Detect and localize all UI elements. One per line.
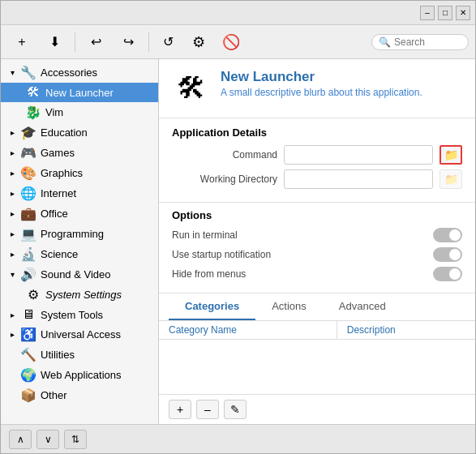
programming-icon: 💻 [20, 226, 36, 242]
minimize-button[interactable]: – [420, 6, 435, 20]
tabs-content: Category Name Description [159, 321, 475, 394]
sidebar-item-office[interactable]: ▸ 💼 Office [1, 203, 158, 224]
categories-table: Category Name Description [159, 321, 475, 340]
tab-categories[interactable]: Categories [169, 293, 255, 320]
tabs-header: Categories Actions Advanced [159, 293, 475, 321]
expand-icon: ▾ [11, 68, 15, 77]
sidebar-item-label: Other [41, 389, 67, 401]
utilities-icon: 🔨 [20, 347, 36, 362]
sidebar-item-label: Science [41, 248, 78, 260]
undo-button[interactable]: ↩ [81, 29, 110, 55]
expand-icon: ▸ [11, 311, 15, 319]
sidebar-item-system-settings[interactable]: ⚙ System Settings [1, 285, 158, 305]
app-title-area: New Launcher A small descriptive blurb a… [221, 69, 422, 98]
properties-button[interactable]: ⚙ [184, 29, 213, 55]
sidebar-item-games[interactable]: ▸ 🎮 Games [1, 143, 158, 163]
search-box: 🔍 [371, 34, 469, 50]
app-header: 🛠 New Launcher A small descriptive blurb… [159, 59, 475, 118]
sidebar-item-label: Graphics [41, 167, 83, 179]
sidebar-item-label: Universal Access [41, 328, 121, 340]
sidebar-item-label: Sound & Video [41, 268, 111, 281]
expand-icon: ▸ [11, 229, 15, 238]
options-area: Options Run in terminal Use startup noti… [159, 203, 475, 293]
detail-panel: 🛠 New Launcher A small descriptive blurb… [159, 59, 475, 424]
sidebar-item-label: Office [41, 208, 68, 220]
redo-button[interactable]: ↪ [114, 29, 143, 55]
search-input[interactable] [394, 36, 467, 48]
web-apps-icon: 🌍 [20, 367, 36, 383]
sidebar-item-vim[interactable]: 🐉 Vim [1, 102, 158, 122]
folder-icon: 📁 [444, 148, 458, 161]
sidebar-item-web-applications[interactable]: ▸ 🌍 Web Applications [1, 365, 158, 385]
sidebar-item-label: Web Applications [41, 369, 122, 381]
run-in-terminal-label: Run in terminal [172, 229, 238, 241]
hide-from-menus-row: Hide from menus [172, 267, 462, 281]
sidebar-item-science[interactable]: ▸ 🔬 Science [1, 244, 158, 264]
main-content: ▾ 🔧 Accessories 🛠 New Launcher 🐉 Vim ▸ 🎓… [1, 59, 475, 424]
nav-sort-button[interactable]: ⇅ [64, 430, 87, 449]
sidebar-item-other[interactable]: ▸ 📦 Other [1, 385, 158, 405]
command-label: Command [172, 149, 277, 161]
run-in-terminal-toggle[interactable] [433, 228, 462, 242]
tab-actions[interactable]: Actions [255, 293, 323, 320]
delete-button[interactable]: 🚫 [217, 29, 246, 55]
sidebar-item-system-tools[interactable]: ▸ 🖥 System Tools [1, 305, 158, 324]
separator-1 [75, 32, 75, 52]
app-name: New Launcher [221, 69, 422, 85]
folder-icon: 📁 [444, 173, 458, 186]
sidebar-item-sound-video[interactable]: ▾ 🔊 Sound & Video [1, 264, 158, 285]
expand-icon: ▸ [11, 148, 15, 157]
internet-icon: 🌐 [20, 186, 36, 201]
hide-from-menus-toggle[interactable] [433, 267, 462, 281]
install-button[interactable]: ⬇ [40, 29, 69, 55]
nav-down-button[interactable]: ∨ [36, 430, 59, 449]
command-browse-button[interactable]: 📁 [440, 145, 462, 165]
games-icon: 🎮 [20, 145, 36, 161]
sound-video-icon: 🔊 [20, 267, 36, 282]
working-directory-row: Working Directory 📁 [172, 169, 462, 189]
science-icon: 🔬 [20, 246, 36, 262]
nav-up-button[interactable]: ∧ [9, 430, 32, 449]
sidebar-item-internet[interactable]: ▸ 🌐 Internet [1, 183, 158, 203]
sidebar-item-label: Education [41, 126, 88, 139]
sidebar-item-label: New Launcher [45, 87, 114, 99]
sidebar-item-universal-access[interactable]: ▸ ♿ Universal Access [1, 324, 158, 345]
expand-icon: ▸ [11, 330, 15, 339]
sidebar-item-label: Internet [41, 187, 76, 199]
sidebar-item-graphics[interactable]: ▸ 🎨 Graphics [1, 163, 158, 183]
working-directory-label: Working Directory [172, 173, 277, 185]
categories-bottom-toolbar: + – ✎ [159, 394, 475, 424]
edit-category-button[interactable]: ✎ [224, 400, 247, 419]
sidebar-item-programming[interactable]: ▸ 💻 Programming [1, 224, 158, 244]
sidebar-item-new-launcher[interactable]: 🛠 New Launcher [1, 83, 158, 102]
working-directory-input[interactable] [284, 169, 433, 189]
remove-category-button[interactable]: – [196, 400, 219, 419]
app-details-title: Application Details [172, 126, 462, 139]
refresh-button[interactable]: ↺ [155, 30, 181, 54]
startup-notification-toggle[interactable] [433, 247, 462, 262]
command-row: Command 📁 [172, 145, 462, 165]
app-description: A small descriptive blurb about this app… [221, 87, 422, 98]
hide-from-menus-label: Hide from menus [172, 268, 246, 280]
maximize-button[interactable]: □ [438, 6, 452, 20]
titlebar: – □ ✕ [1, 1, 475, 25]
add-button[interactable]: + [7, 29, 36, 55]
application-details: Application Details Command 📁 Working Di… [159, 118, 475, 203]
sidebar-item-label: System Tools [41, 309, 103, 321]
search-icon: 🔍 [379, 36, 391, 48]
sidebar-item-utilities[interactable]: ▸ 🔨 Utilities [1, 345, 158, 365]
office-icon: 💼 [20, 206, 36, 221]
column-header-description: Description [337, 321, 475, 340]
startup-notification-row: Use startup notification [172, 247, 462, 262]
close-button[interactable]: ✕ [456, 6, 470, 20]
run-in-terminal-row: Run in terminal [172, 228, 462, 242]
education-icon: 🎓 [20, 125, 36, 140]
add-category-button[interactable]: + [169, 400, 191, 419]
working-directory-browse-button[interactable]: 📁 [440, 169, 462, 189]
sidebar-item-accessories[interactable]: ▾ 🔧 Accessories [1, 62, 158, 83]
sidebar-item-education[interactable]: ▸ 🎓 Education [1, 122, 158, 143]
sidebar-item-label: Accessories [41, 66, 97, 79]
sidebar-item-label: Utilities [41, 349, 75, 361]
command-input[interactable] [284, 145, 433, 165]
tab-advanced[interactable]: Advanced [323, 293, 402, 320]
